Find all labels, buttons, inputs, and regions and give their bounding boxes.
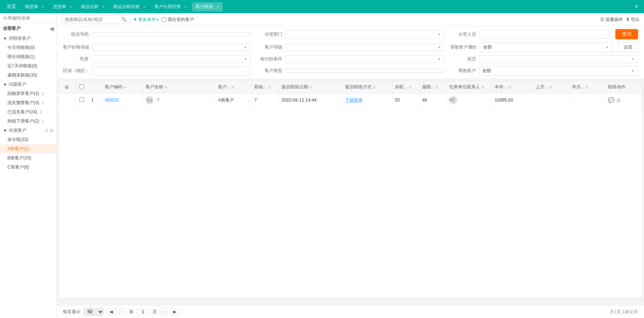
qr-icon[interactable]: ⊞ — [616, 97, 621, 103]
chevron-icon: ▾ — [157, 18, 158, 22]
batch-operation-button[interactable]: ☰ 批量操作 — [600, 17, 623, 23]
nature-label: 性质 — [63, 56, 89, 62]
region-input[interactable]: ··· — [92, 67, 251, 75]
sidebar-item-class-c[interactable]: C类客户(6) — [0, 163, 57, 172]
price-grade-select[interactable]: ▼ — [92, 43, 251, 51]
sidebar-item-repurchase-anomaly[interactable]: 回购异常客户(2) ℹ — [0, 89, 57, 98]
phone-input[interactable] — [92, 32, 251, 36]
th-no-contact[interactable]: 未联... ⇅ — [393, 81, 420, 93]
price-grade-dropdown-icon: ▼ — [244, 45, 247, 49]
sidebar-item-unclassified[interactable]: 未分组(32) — [0, 135, 57, 144]
nav-customer-contact[interactable]: 客户联络 × — [192, 2, 223, 11]
close-purchase-tab[interactable]: × — [70, 4, 72, 9]
page-prefix: 第 — [129, 309, 133, 315]
row-checkbox[interactable] — [79, 97, 84, 102]
advanced-filter: 电话号码 分管部门 ▼ 分管人员 ··· 查询 — [57, 26, 644, 79]
sidebar-item-class-b[interactable]: B类客户(33) — [0, 153, 57, 163]
dept-select[interactable]: ▼ — [285, 31, 444, 38]
nav-product-list[interactable]: 商品分析列表 × — [110, 2, 149, 11]
retail-customer-select[interactable]: 全部 ▼ — [479, 66, 638, 76]
sidebar-item-overdue[interactable]: 逾期未联络(30) — [0, 71, 57, 80]
select-all-checkbox[interactable] — [79, 84, 84, 89]
sidebar-item-tomorrow[interactable]: 明天待联络(1) — [0, 52, 57, 61]
th-name[interactable]: 客户名称 ⇅ — [143, 81, 215, 93]
close-segment-tab[interactable]: × — [185, 4, 187, 9]
page-size-select[interactable]: 10 20 50 100 — [83, 308, 104, 316]
content-area: 🔍 ▼ 更多条件 ▾ 我分管的客户 ☰ 批量操作 ⬆ 导出 — [57, 13, 644, 318]
sort-name-icon: ⇅ — [164, 85, 167, 89]
sidebar-section-value[interactable]: ▼ 价值客户 ↺ ⚙ — [0, 126, 57, 135]
th-this-month[interactable]: 本月... ⇅ — [569, 81, 606, 93]
th-overdue[interactable]: 逾期... ⇅ — [420, 81, 447, 93]
th-last-date[interactable]: 最后联络日期 ⇅ — [279, 81, 343, 93]
sidebar-item-declining[interactable]: 持续下滑客户(2) ℹ — [0, 117, 57, 126]
main-search-input[interactable] — [65, 17, 120, 22]
th-unit-contact[interactable]: 往来单位联系人 ⇅ — [447, 81, 492, 93]
sidebar-search-input[interactable] — [3, 15, 57, 21]
info-icon-4: ℹ — [42, 119, 43, 123]
row-unit-contact: RE . — [447, 93, 492, 107]
settings-button[interactable]: 设置 — [618, 42, 638, 52]
sort-cy-icon: ⇅ — [508, 85, 511, 89]
my-customers-checkbox[interactable] — [161, 17, 166, 22]
close-contact-tab[interactable]: × — [217, 4, 219, 9]
nav-customer-segment[interactable]: 客户分层经营 × — [151, 2, 190, 11]
next-page-button[interactable]: › — [160, 308, 167, 315]
sort-od-icon: ⇅ — [436, 85, 439, 89]
query-button[interactable]: 查询 — [615, 29, 638, 39]
th-last-month[interactable]: 上月... ⇅ — [533, 81, 569, 93]
th-current-year[interactable]: 本年... ⇅ — [492, 81, 533, 93]
more-conditions-button[interactable]: ▼ 更多条件 ▾ — [133, 17, 158, 23]
close-product-tab[interactable]: × — [102, 4, 104, 9]
nav-home[interactable]: 首页 — [3, 2, 20, 11]
sidebar-item-7days[interactable]: 近7天待联络(0) — [0, 61, 57, 71]
customer-grade-select[interactable]: ▼ — [285, 43, 444, 51]
close-all-tabs-button[interactable]: × — [632, 3, 641, 10]
row-last-method[interactable]: 下销货单 — [343, 93, 393, 107]
nav-purchase[interactable]: 进货单 × — [49, 2, 76, 11]
refresh-icon[interactable]: ↺ — [44, 128, 48, 133]
nav-product-analysis[interactable]: 商品分析 × — [77, 2, 108, 11]
page-number-input[interactable] — [136, 308, 150, 315]
sidebar-section-pending[interactable]: ▼ 待联络客户 — [0, 34, 57, 43]
th-contact-count[interactable]: 联络... ⇅ — [252, 81, 279, 93]
horizontal-scrollbar[interactable] — [57, 300, 644, 305]
payment-row: 收付款条件 ▼ — [257, 55, 444, 63]
retail-attr-select[interactable]: 全部 ▼ — [480, 42, 612, 52]
th-category[interactable]: 客户... ⇅ — [216, 81, 252, 93]
gear-icon[interactable]: ⚙ — [65, 85, 69, 90]
message-icon[interactable]: 💬 — [608, 97, 614, 103]
row-code[interactable]: 000031 — [102, 93, 143, 107]
settings-icon[interactable]: ⚙ — [50, 128, 54, 133]
sidebar-item-churned[interactable]: 已流失客户(24) ℹ — [0, 107, 57, 117]
sidebar-section-problem[interactable]: ▼ 问题客户 — [0, 80, 57, 89]
search-icon[interactable]: 🔍 — [121, 17, 127, 22]
th-last-method[interactable]: 最后联络方式 ⇅ — [343, 81, 393, 93]
customer-table: ⚙ 客户编码 ⇅ — [59, 81, 642, 107]
customer-type-label: 客户类型 — [257, 68, 282, 74]
th-gear[interactable]: ⚙ — [59, 81, 75, 93]
row-no-contact: 55 — [393, 93, 420, 107]
close-sales-tab[interactable]: × — [42, 4, 44, 9]
nav-sales[interactable]: 销货单 × — [21, 2, 48, 11]
sidebar-item-today[interactable]: 今天待联络(0) — [0, 43, 57, 52]
th-seq — [89, 81, 102, 93]
sidebar-item-class-a[interactable]: A类客户(1) — [0, 144, 57, 153]
close-product-list-tab[interactable]: × — [143, 4, 146, 9]
customer-type-input[interactable] — [285, 69, 444, 73]
person-input[interactable]: ··· — [479, 30, 609, 39]
th-code[interactable]: 客户编码 ⇅ — [102, 81, 143, 93]
customer-grade-label: 客户等级 — [257, 44, 282, 50]
prev-page-button[interactable]: ‹ — [119, 308, 126, 315]
payment-select[interactable]: ▼ — [285, 55, 444, 63]
customer-avatar: Ea — [146, 96, 154, 104]
row-gear — [59, 93, 75, 107]
last-page-button[interactable]: ▶ — [170, 308, 179, 315]
first-page-button[interactable]: ◀ — [107, 308, 116, 315]
row-current-year: 10995.00 — [492, 93, 533, 107]
nature-select[interactable]: ▼ — [92, 55, 251, 63]
status-select[interactable]: ▼ — [479, 55, 638, 63]
export-button[interactable]: ⬆ 导出 — [626, 17, 640, 23]
sidebar-collapse-icon[interactable]: ◀ — [50, 26, 54, 32]
sidebar-item-churn-warning[interactable]: 流失预警客户(3) ℹ — [0, 98, 57, 107]
